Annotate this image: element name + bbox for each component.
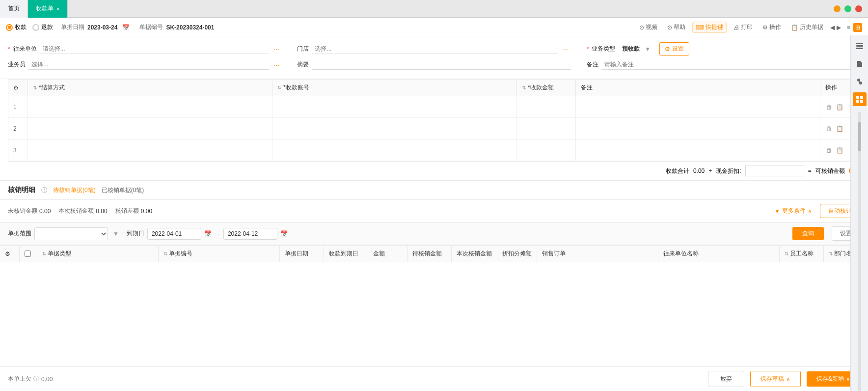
operation-btn[interactable]: ⚙ 操作 [760,22,784,32]
save-draft-button[interactable]: 保存草稿 ∧ [750,371,801,387]
sidebar-link-icon[interactable] [853,75,867,88]
svg-rect-6 [856,100,859,103]
th-settings[interactable]: ⚙ [8,80,28,96]
select-all-checkbox[interactable] [25,251,31,257]
calendar-icon[interactable]: 📅 [120,23,132,32]
th-amount-sort[interactable]: ⇅ [522,85,526,90]
copy-icon-row2[interactable]: 📋 [835,124,844,133]
copy-icon-row3[interactable]: 📋 [835,146,844,155]
th-operation-label: 操作 [825,84,837,92]
tab-home[interactable]: 首页 [0,0,28,18]
bottom-th-current: 本次核销金额 [452,246,497,262]
video-btn[interactable]: ⊙ 视频 [636,22,660,32]
td-row1-amount[interactable] [517,96,576,117]
window-minimize-button[interactable] [834,5,841,12]
delete-icon-row2[interactable]: 🗑 [825,124,833,133]
range-field: 单据范围 ▼ [8,227,119,240]
window-maximize-button[interactable] [844,5,851,12]
bottom-info-icon[interactable]: ⓘ [33,375,39,383]
next-arrow[interactable]: ▶ [837,24,841,31]
done-tab[interactable]: 已核销单据(0笔) [102,186,144,195]
form-area: * 往来单位 ··· 门店 ··· * 业务类型 预收款 ▼ ⚙ 设置 [0,37,868,79]
employee-sort[interactable]: ⇅ [785,251,788,256]
sidebar-active-icon[interactable] [853,92,867,106]
verification-info-icon[interactable]: ⓘ [41,186,47,195]
partner-label: 往来单位 [13,45,37,53]
td-row2-account[interactable] [272,118,517,139]
window-close-button[interactable] [855,5,862,12]
range-select[interactable] [34,227,108,240]
prev-arrow[interactable]: ◀ [830,24,835,31]
help-btn[interactable]: ⊙ 帮助 [664,22,688,32]
remark-input[interactable] [601,59,860,70]
partner-more-btn[interactable]: ··· [272,45,282,53]
delete-icon-row1[interactable]: 🗑 [825,103,833,112]
th-settlement-sort[interactable]: ⇅ [33,85,37,90]
print-btn[interactable]: 🖨 打印 [731,22,756,32]
bottom-info-label: 本单上欠 [8,375,31,383]
due-end-input[interactable] [223,228,277,240]
td-row1-num: 1 [8,96,28,117]
due-end-calendar-icon[interactable]: 📅 [280,230,288,237]
collection-table: ⚙ ⇅ *结算方式 ⇅ *收款账号 ⇅ *收款金额 备注 操作 [8,79,860,162]
num-value[interactable]: SK-20230324-001 [166,24,214,31]
partner-input[interactable] [40,44,269,54]
td-row2-amount[interactable] [517,118,576,139]
date-value[interactable]: 2023-03-24 [87,24,117,31]
bottom-th-settings[interactable]: ⚙ [0,246,20,262]
tab-close-icon[interactable]: × [56,6,59,12]
td-row3-account[interactable] [272,140,517,161]
delete-icon-row3[interactable]: 🗑 [825,146,833,155]
td-row1-settlement[interactable] [28,96,272,117]
discount-input[interactable] [745,166,804,176]
summary-input[interactable] [312,59,570,70]
biz-type-chevron[interactable]: ▼ [645,46,651,53]
view-toggle: ≡ ⊞ [845,23,862,32]
main-container: 收款 退款 单据日期 2023-03-24 📅 单据编号 SK-20230324… [0,18,868,391]
list-view-btn[interactable]: ≡ [845,23,852,32]
discard-button[interactable]: 放弃 [708,371,744,387]
query-button[interactable]: 查询 [792,227,824,240]
history-label: 历史单据 [800,23,823,31]
unchecked-stat: 未核销金额 0.00 [8,207,51,215]
biz-type-field: * 业务类型 预收款 ▼ ⚙ 设置 [587,42,860,56]
td-row1-account[interactable] [272,96,517,117]
agent-input[interactable] [28,59,269,70]
th-account-sort[interactable]: ⇅ [277,85,281,90]
td-row2-settlement[interactable] [28,118,272,139]
sidebar-scrollbar[interactable] [858,112,861,391]
sidebar-doc-icon[interactable] [853,57,867,71]
more-conditions-btn[interactable]: ▼ 更多条件 ∧ [774,207,812,215]
doc-type-sort[interactable]: ⇅ [42,251,46,256]
svg-rect-2 [856,48,863,49]
radio-refund[interactable]: 退款 [32,23,53,31]
grid-view-btn[interactable]: ⊞ [853,23,862,32]
due-start-input[interactable] [147,228,201,240]
filter-row: 单据范围 ▼ 到期日 📅 — 📅 查询 设置 [0,223,868,245]
dept-sort[interactable]: ⇅ [829,251,833,256]
store-label: 门店 [297,45,309,53]
td-row3-num: 3 [8,140,28,161]
tab-collection[interactable]: 收款单 × [28,0,68,18]
td-row1-remark[interactable] [576,96,820,117]
pending-tab[interactable]: 待核销单据(0笔) [53,186,96,195]
operation-label: 操作 [769,23,781,31]
doc-num-sort[interactable]: ⇅ [163,251,167,256]
store-more-btn[interactable]: ··· [561,45,571,53]
shortcut-btn[interactable]: ⌨ 快捷键 [692,22,727,33]
row-num-3: 3 [13,147,17,154]
copy-icon-row1[interactable]: 📋 [835,103,844,112]
due-start-calendar-icon[interactable]: 📅 [204,230,212,237]
agent-more-btn[interactable]: ··· [272,61,282,69]
history-btn[interactable]: 📋 历史单据 [788,22,826,32]
help-label: 帮助 [674,23,685,31]
radio-collection[interactable]: 收款 [6,23,27,31]
td-row3-remark[interactable] [576,140,820,161]
td-row3-settlement[interactable] [28,140,272,161]
settings-button[interactable]: ⚙ 设置 [659,42,689,56]
td-row2-remark[interactable] [576,118,820,139]
store-input[interactable] [312,44,558,54]
sidebar-table-icon[interactable] [853,39,867,53]
agent-label: 业务员 [8,60,26,69]
td-row3-amount[interactable] [517,140,576,161]
